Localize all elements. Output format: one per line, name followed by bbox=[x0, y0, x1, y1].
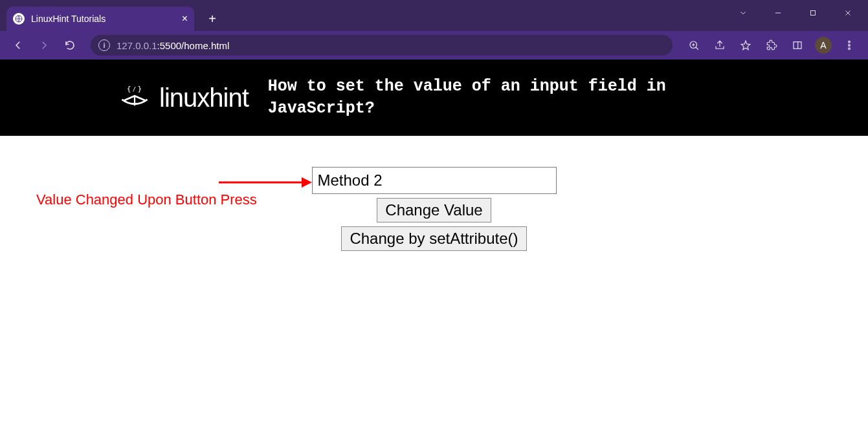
svg-text:/: / bbox=[133, 86, 136, 92]
extensions-icon[interactable] bbox=[759, 34, 784, 57]
site-info-icon[interactable]: i bbox=[98, 39, 110, 51]
close-icon[interactable]: × bbox=[182, 13, 188, 25]
zoom-icon[interactable] bbox=[682, 34, 706, 57]
svg-rect-1 bbox=[811, 11, 816, 16]
close-window-button[interactable] bbox=[833, 3, 863, 23]
back-button[interactable] bbox=[6, 34, 30, 57]
window-controls bbox=[728, 3, 863, 23]
svg-rect-3 bbox=[794, 42, 801, 49]
bookmark-star-icon[interactable] bbox=[733, 34, 758, 57]
profile-avatar[interactable]: A bbox=[811, 34, 836, 57]
globe-icon bbox=[13, 13, 25, 25]
minimize-button[interactable] bbox=[763, 3, 793, 23]
svg-marker-11 bbox=[302, 177, 312, 188]
svg-text:{: { bbox=[127, 85, 131, 93]
menu-button[interactable] bbox=[837, 34, 862, 57]
page-content: Change Value Change by setAttribute() Va… bbox=[0, 136, 868, 251]
maximize-button[interactable] bbox=[798, 3, 828, 23]
demo-input[interactable] bbox=[312, 167, 557, 194]
svg-point-4 bbox=[849, 41, 851, 43]
svg-point-6 bbox=[849, 48, 851, 50]
url-text: 127.0.0.1:5500/home.html bbox=[117, 40, 229, 51]
address-bar[interactable]: i 127.0.0.1:5500/home.html bbox=[91, 35, 673, 56]
chevron-down-icon[interactable] bbox=[728, 3, 758, 23]
change-value-button[interactable]: Change Value bbox=[377, 198, 491, 222]
tab-title: LinuxHint Tutorials bbox=[31, 14, 175, 24]
share-icon[interactable] bbox=[707, 34, 732, 57]
reload-button[interactable] bbox=[58, 34, 82, 57]
browser-tab[interactable]: LinuxHint Tutorials × bbox=[6, 6, 194, 31]
annotation-arrow-icon bbox=[219, 175, 312, 190]
new-tab-button[interactable]: + bbox=[202, 8, 223, 29]
change-setattribute-button[interactable]: Change by setAttribute() bbox=[341, 226, 526, 251]
browser-toolbar: i 127.0.0.1:5500/home.html A bbox=[0, 31, 868, 60]
browser-titlebar: LinuxHint Tutorials × + bbox=[0, 0, 868, 31]
logo-icon: { / } bbox=[117, 80, 153, 116]
svg-point-5 bbox=[849, 45, 851, 47]
page-header: { / } linuxhint How to set the value of … bbox=[0, 60, 868, 136]
side-panel-icon[interactable] bbox=[785, 34, 810, 57]
svg-text:}: } bbox=[137, 85, 142, 93]
site-logo: { / } linuxhint bbox=[117, 80, 249, 116]
logo-text: linuxhint bbox=[159, 83, 249, 113]
annotation-text: Value Changed Upon Button Press bbox=[36, 191, 257, 208]
article-title: How to set the value of an input field i… bbox=[268, 76, 708, 120]
forward-button[interactable] bbox=[32, 34, 56, 57]
